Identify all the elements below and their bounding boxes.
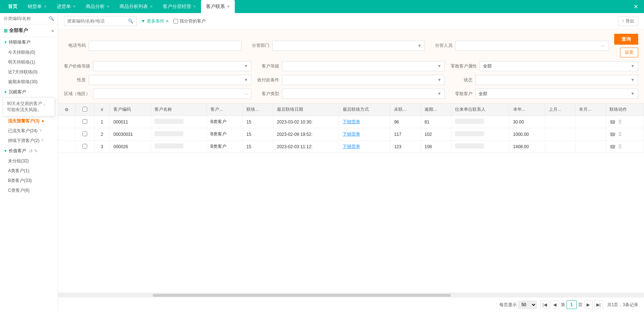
action-contact-icon-3[interactable]: ☎ — [609, 144, 616, 150]
tab-sales-close[interactable]: × — [44, 4, 47, 9]
per-page-dropdown[interactable]: 50 100 200 — [518, 301, 537, 309]
region-dots[interactable]: ··· — [244, 91, 248, 97]
sidebar-item-class-c[interactable]: C类客户(6) — [0, 186, 58, 195]
horizontal-scrollbar[interactable] — [58, 293, 644, 297]
tab-purchase[interactable]: 进货单 × — [52, 0, 81, 13]
last-way-link-1[interactable]: 下销货单 — [343, 119, 360, 124]
filter-search-input[interactable] — [67, 19, 126, 24]
sidebar-root[interactable]: ⊞ 全部客户 « — [0, 24, 58, 37]
zero-attr-select[interactable]: 全部▼ — [480, 61, 638, 71]
td-last-month-1 — [545, 116, 575, 128]
sidebar-item-today-contact[interactable]: 今天待联络(0) — [0, 48, 58, 57]
td-type-3: B类客户 — [207, 141, 243, 153]
region-select[interactable]: ··· — [93, 89, 251, 99]
loss-warning-indicator: ● — [41, 118, 44, 123]
tab-goods-analysis[interactable]: 商品分析 × — [81, 0, 114, 13]
tab-goods-analysis-close[interactable]: × — [107, 4, 109, 9]
action-contact-icon-2[interactable]: ☎ — [609, 131, 616, 137]
section-dormant-label: 沉眠客户 — [9, 89, 26, 95]
last-way-link-2[interactable]: 下销货单 — [343, 131, 360, 137]
sidebar-search-icon[interactable]: 🔍 — [49, 16, 54, 21]
phone-input[interactable] — [89, 41, 242, 51]
export-button[interactable]: ↑ 导出 — [618, 16, 638, 26]
my-customers-checkbox[interactable] — [173, 19, 178, 24]
th-uncontacted: 未联... — [390, 104, 421, 116]
action-more-icon-1[interactable]: ⠿ — [618, 119, 622, 125]
sidebar-item-week-contact[interactable]: 近7天待联络(0) — [0, 67, 58, 77]
select-all-checkbox[interactable] — [82, 107, 87, 112]
query-button[interactable]: 查询 — [614, 34, 638, 45]
pagination-next-btn[interactable]: ▶ — [584, 300, 593, 309]
tab-customer-contact[interactable]: 客户联系 × — [201, 0, 235, 13]
td-name-2 — [151, 128, 207, 141]
status-select[interactable]: ▼ — [475, 75, 638, 85]
window-close-btn[interactable]: ✕ — [631, 3, 641, 10]
table-footer: 每页显示 50 100 200 |◀ ◀ 第 1 页 ▶ ▶| 共1页，3条记录 — [58, 297, 644, 312]
sidebar-item-overdue-contact[interactable]: 逾期未联络(30) — [0, 77, 58, 87]
phone-label: 电话号码 — [64, 42, 86, 49]
td-last-date-2: 2023-02-09 19:52: — [273, 128, 339, 141]
adv-field-zero-attr: 零散客户属性 全部▼ — [451, 61, 638, 71]
sidebar-collapse-btn[interactable]: « — [51, 28, 54, 33]
sidebar-item-ungroup[interactable]: 未分组(32) — [0, 156, 58, 166]
td-code-3: 000026 — [110, 141, 151, 153]
filter-more-btn[interactable]: ▼ 更多条件 ∧ — [141, 18, 169, 24]
th-index: # — [94, 104, 110, 116]
tab-sales[interactable]: 销货单 × — [23, 0, 52, 13]
filter-search-icon[interactable]: 🔍 — [128, 19, 133, 24]
sidebar-item-class-b[interactable]: B类客户(33) — [0, 176, 58, 186]
row-3-checkbox[interactable] — [82, 144, 87, 149]
sidebar-section-value[interactable]: ▼ 价值客户 ↺ ✎ — [0, 146, 58, 156]
region-label: 区域（地区） — [64, 91, 90, 97]
last-way-link-3[interactable]: 下销货单 — [343, 144, 360, 149]
tab-goods-list-close[interactable]: × — [150, 4, 153, 9]
sidebar-item-class-a[interactable]: A类客户(1) — [0, 166, 58, 176]
row-1-checkbox[interactable] — [82, 119, 87, 124]
person-label: 分管人员 — [431, 42, 452, 49]
pagination-prev-btn[interactable]: ◀ — [551, 300, 559, 309]
tab-purchase-label: 进货单 — [57, 3, 71, 10]
th-settings[interactable]: ⚙ — [58, 104, 76, 116]
sidebar-item-lost[interactable]: 已流失客户(24) ? — [0, 126, 58, 136]
data-table: ⚙ # 客户编码 客户名称 客户... — [58, 104, 644, 153]
action-contact-icon-1[interactable]: ☎ — [609, 119, 616, 125]
adv-field-region: 区域（地区） ··· — [64, 89, 251, 99]
person-select[interactable]: ··· — [455, 41, 608, 51]
pagination-last-btn[interactable]: ▶| — [594, 300, 603, 309]
section-value-label: 价值客户 — [9, 148, 26, 154]
value-refresh-icon[interactable]: ↺ — [29, 149, 33, 154]
sidebar-search-input[interactable] — [4, 16, 47, 21]
tab-goods-list[interactable]: 商品分析列表 × — [114, 0, 158, 13]
sidebar-section-dormant[interactable]: ▼ 沉眠客户 — [0, 87, 58, 97]
tab-home[interactable]: 首页 — [3, 0, 23, 13]
dept-select[interactable]: ▼ — [272, 41, 425, 51]
sidebar-item-loss-warning[interactable]: 流失预警客户(3) ● — [0, 116, 58, 126]
filter-icon: ▼ — [141, 19, 145, 24]
settings-gear-icon[interactable]: ⚙ — [65, 107, 69, 112]
gender-select[interactable]: ▼ — [89, 75, 251, 85]
person-dots[interactable]: ··· — [601, 43, 605, 49]
sidebar-item-declining[interactable]: 持续下滑客户(2) ? — [0, 136, 58, 146]
td-uncontacted-2: 117 — [390, 128, 421, 141]
zero-customer-select[interactable]: 全部▼ — [475, 89, 638, 99]
value-edit-icon[interactable]: ✎ — [34, 149, 38, 154]
row-2-checkbox[interactable] — [82, 131, 87, 136]
action-more-icon-2[interactable]: ⠿ — [618, 131, 622, 137]
price-level-select[interactable]: ▼ — [93, 61, 251, 71]
filter-more-arrow: ∧ — [166, 19, 169, 24]
settings-button[interactable]: 设置 — [620, 48, 638, 57]
filter-my-customers[interactable]: 我分管的客户 — [173, 18, 206, 24]
tab-purchase-close[interactable]: × — [73, 4, 76, 9]
sidebar-section-pending[interactable]: ▼ 待联络客户 — [0, 37, 58, 48]
scrollbar-thumb[interactable] — [153, 294, 451, 297]
main-layout: 🔍 ⊞ 全部客户 « ▼ 待联络客户 今天待联络(0) 明天待联络(1) 近7天… — [0, 13, 644, 312]
payment-select[interactable]: ▼ — [282, 75, 445, 85]
tab-customer-layer-close[interactable]: × — [193, 4, 196, 9]
tab-customer-layer[interactable]: 客户分层经营 × — [158, 0, 201, 13]
tab-customer-contact-close[interactable]: × — [227, 4, 230, 9]
sidebar-item-tomorrow-contact[interactable]: 明天待联络(1) — [0, 57, 58, 67]
pagination-first-btn[interactable]: |◀ — [540, 300, 549, 309]
customer-level-select[interactable]: ▼ — [282, 61, 445, 71]
action-more-icon-3[interactable]: ⠿ — [618, 144, 622, 150]
customer-type-select[interactable]: ▼ — [282, 89, 445, 99]
